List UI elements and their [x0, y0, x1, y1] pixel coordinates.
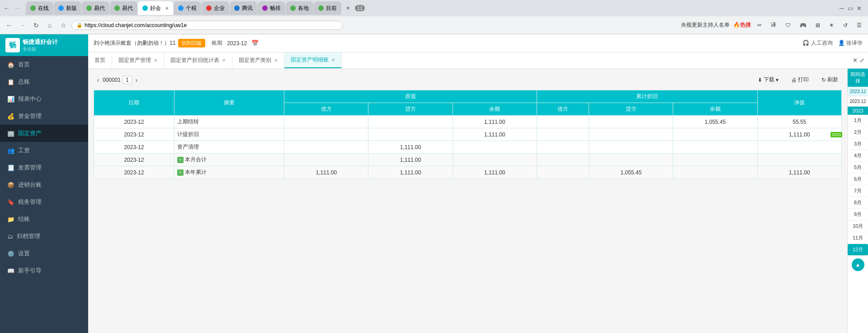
period-value: 2023-12 [227, 40, 247, 47]
sidebar-item-fixed-assets[interactable]: 🏢 固定资产 [0, 125, 88, 142]
period-month-4[interactable]: 4月 [848, 150, 868, 162]
address-bar-row: ← → ↻ ⌂ ☆ 🔒 央视更新主持人名单 🔥热搜 ✂ 译 🛡 🎮 ⊞ ☀ ↺ … [0, 16, 868, 34]
browser-tab-qiye[interactable]: 企业 [202, 1, 229, 15]
browser-tab-geshui[interactable]: 个税 [174, 1, 201, 15]
tab-close-haohui[interactable]: ✕ [165, 6, 169, 11]
period-month-6[interactable]: 6月 [848, 174, 868, 185]
nav-back-btn[interactable]: ← [4, 20, 14, 31]
header-bar: 刘小艳演示账套（勿删勿动！）11 切到旧版 账期 2023-12 📅 🎧 人工咨… [88, 34, 868, 52]
sidebar-item-closing[interactable]: 📁 结账 [0, 211, 88, 228]
nav-bookmark-btn[interactable]: ☆ [58, 20, 69, 31]
tab-fixed-asset-management-label: 固定资产管理 [118, 56, 151, 64]
page-number[interactable]: 1 [123, 76, 132, 84]
tab-asset-ledger-close[interactable]: ✕ [331, 57, 335, 62]
search-bar-text: 央视更新主持人名单 [681, 21, 730, 29]
browser-back[interactable]: ← [2, 3, 12, 13]
tab-fixed-asset-management[interactable]: 固定资产管理 ✕ [112, 53, 164, 68]
period-month-3[interactable]: 3月 [848, 138, 868, 150]
action-buttons: ⬇ 下载 ▾ 🖨 打印 ↻ 刷新 [754, 74, 842, 85]
close-all-tabs-button[interactable]: ✕ [853, 57, 858, 64]
period-2023-12-second[interactable]: 2023.12 [848, 97, 868, 107]
sidebar-item-general-ledger[interactable]: 📋 总账 [0, 73, 88, 90]
print-button[interactable]: 🖨 打印 [788, 74, 812, 85]
sidebar-item-guide[interactable]: 📖 新手引导 [0, 262, 88, 279]
refresh-button[interactable]: ↻ 刷新 [818, 74, 842, 85]
tab-depreciation-table[interactable]: 固定资产折旧统计表 ✕ [164, 53, 232, 68]
browser-tab-yidai2[interactable]: 易代 [110, 1, 137, 15]
tab-asset-category[interactable]: 固定资产类别 ✕ [232, 53, 284, 68]
cell-leiji-credit: 1,055.45 [589, 166, 673, 179]
sub-col-debit-2: 借方 [537, 103, 589, 116]
period-month-1[interactable]: 1月 [848, 115, 868, 127]
browser-tab-muqian[interactable]: 目前 [314, 1, 341, 15]
shield-btn[interactable]: 🛡 [783, 21, 793, 29]
browser-tab-tencent[interactable]: 腾讯 [230, 1, 257, 15]
period-month-8[interactable]: 8月 [848, 197, 868, 209]
browser-tab-yidai1[interactable]: 易代 [82, 1, 109, 15]
browser-tab-online[interactable]: 在线 [26, 1, 53, 15]
cell-yuanzhi-debit [284, 128, 368, 141]
browser-tab-gedi[interactable]: 各地 [286, 1, 313, 15]
sidebar-item-purchase-sale[interactable]: 📦 进销台账 [0, 176, 88, 193]
sidebar-item-invoice[interactable]: 🧾 发票管理 [0, 159, 88, 176]
download-button[interactable]: ⬇ 下载 ▾ [754, 74, 782, 85]
browser-forward[interactable]: → [13, 3, 23, 13]
nav-next-button[interactable]: › [132, 75, 141, 84]
period-month-2[interactable]: 2月 [848, 127, 868, 138]
browser-minimize[interactable]: ─ [840, 5, 844, 12]
nav-refresh-btn[interactable]: ↻ [31, 20, 42, 31]
calendar-icon[interactable]: 📅 [251, 40, 259, 47]
period-month-10[interactable]: 10月 [848, 220, 868, 232]
browser-close[interactable]: ✕ [857, 5, 862, 12]
period-month-7[interactable]: 7月 [848, 185, 868, 197]
sidebar-item-fund-management[interactable]: 💰 资金管理 [0, 108, 88, 125]
tab-asset-category-close[interactable]: ✕ [274, 58, 278, 63]
nav-forward-btn[interactable]: → [17, 20, 28, 31]
grid-btn[interactable]: ⊞ [813, 21, 823, 29]
browser-tab-new[interactable]: 新版 [54, 1, 81, 15]
payroll-icon: 👥 [7, 147, 14, 154]
cell-leiji-credit [589, 116, 673, 128]
scroll-up-button[interactable]: ▲ [852, 258, 864, 271]
tab-count-badge[interactable]: 11 [355, 5, 365, 11]
customer-service-link[interactable]: 🎧 人工咨询 [802, 39, 832, 47]
period-2023-12-first[interactable]: 2023.12 [848, 87, 868, 97]
translate-btn[interactable]: 译 [768, 20, 779, 30]
period-month-9[interactable]: 9月 [848, 209, 868, 220]
nav-home-btn[interactable]: ⌂ [44, 20, 55, 31]
sidebar-item-archive[interactable]: 🗂 归档管理 [0, 228, 88, 245]
brightness-btn[interactable]: ☀ [826, 21, 837, 29]
switch-version-button[interactable]: 切到旧版 [178, 39, 205, 47]
cell-yuanzhi-balance: 1,111.00 [453, 128, 537, 141]
sidebar-item-home[interactable]: 🏠 首页 [0, 56, 88, 73]
tab-asset-ledger[interactable]: 固定资产明细账 ✕ [284, 52, 342, 68]
browser-tab-chang[interactable]: 畅排 [258, 1, 285, 15]
period-month-11[interactable]: 11月 [848, 232, 868, 244]
browser-tab-haohui[interactable]: 好会 ✕ [138, 1, 173, 15]
nav-prev-button[interactable]: ‹ [94, 75, 103, 84]
period-month-5[interactable]: 5月 [848, 162, 868, 174]
address-input[interactable] [85, 22, 338, 28]
scissors-btn[interactable]: ✂ [755, 21, 764, 29]
cell-date: 2023-12 [94, 141, 175, 154]
tab-depreciation-table-label: 固定资产折旧统计表 [170, 56, 219, 64]
tab-fixed-asset-management-close[interactable]: ✕ [154, 58, 157, 63]
expand-tab-button[interactable]: ⤢ [859, 57, 864, 64]
sidebar-item-settings[interactable]: ⚙️ 设置 [0, 245, 88, 262]
browser-maximize[interactable]: ▭ [848, 5, 853, 12]
game-btn[interactable]: 🎮 [797, 21, 809, 29]
history-btn[interactable]: ↺ [840, 21, 850, 29]
user-avatar[interactable]: 👤 徐译华 [838, 39, 863, 47]
period-month-12[interactable]: 12月 [848, 244, 868, 256]
tab-home[interactable]: 首页 [88, 53, 112, 68]
menu-btn[interactable]: ☰ [854, 21, 864, 29]
period-selector-title: 期间选择 [848, 69, 868, 87]
sidebar-item-tax[interactable]: 🔖 税务管理 [0, 193, 88, 211]
sidebar-nav: 🏠 首页 📋 总账 📊 报表中心 💰 资金管理 🏢 固定资产 👥 工资 [0, 56, 88, 333]
sidebar-item-payroll[interactable]: 👥 工资 [0, 142, 88, 159]
sidebar-item-report-center[interactable]: 📊 报表中心 [0, 90, 88, 108]
cell-yuanzhi-debit [284, 141, 368, 154]
tab-depreciation-table-close[interactable]: ✕ [222, 58, 226, 63]
address-bar[interactable]: 🔒 [71, 21, 343, 30]
new-tab-button[interactable]: + [342, 2, 354, 14]
